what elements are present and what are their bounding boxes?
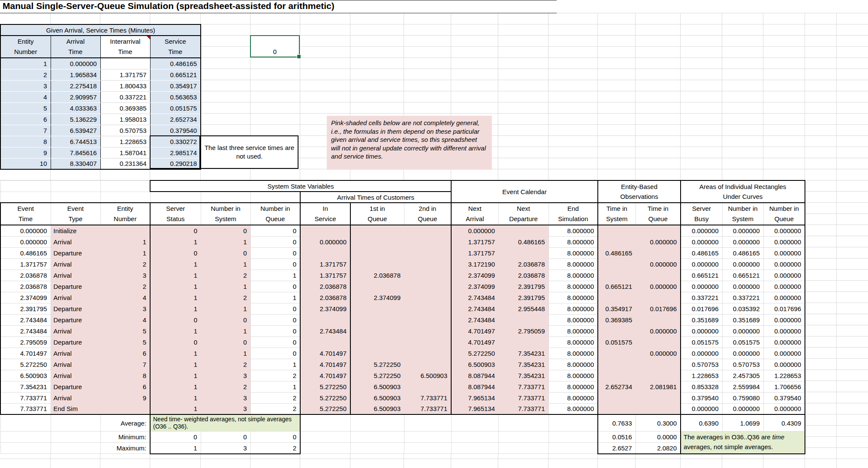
avg-server-busy[interactable]: 0.6390 bbox=[681, 414, 722, 432]
cell[interactable]: 0.000000 bbox=[681, 281, 722, 292]
cell[interactable]: 1.706656 bbox=[763, 381, 805, 392]
cell[interactable]: 4.701497 bbox=[300, 359, 350, 370]
cell[interactable]: 1 bbox=[150, 392, 201, 403]
cell[interactable]: 1 bbox=[250, 359, 300, 370]
cell[interactable]: 0.000000 bbox=[763, 314, 805, 325]
cell[interactable]: 2.036878 bbox=[0, 281, 51, 292]
cell[interactable]: 0.000000 bbox=[763, 403, 805, 414]
cell[interactable]: 4 bbox=[100, 292, 150, 303]
cell[interactable]: 7.965134 bbox=[451, 403, 498, 414]
cell[interactable]: 5.272250 bbox=[300, 403, 350, 414]
cell[interactable]: 1 bbox=[150, 270, 201, 281]
cell[interactable]: 8.000000 bbox=[549, 314, 598, 325]
cell[interactable]: 0 bbox=[250, 281, 300, 292]
cell[interactable] bbox=[350, 314, 404, 325]
cell[interactable]: 0.570753 bbox=[100, 125, 150, 136]
cell[interactable]: 5.272250 bbox=[0, 359, 51, 370]
cell[interactable]: 6 bbox=[100, 348, 150, 359]
cell[interactable]: 0.051575 bbox=[681, 336, 722, 348]
cell[interactable] bbox=[404, 258, 451, 270]
cell[interactable]: 0 bbox=[250, 225, 300, 236]
cell[interactable]: 0 bbox=[150, 314, 201, 325]
cell[interactable]: 1.228653 bbox=[100, 136, 150, 147]
cell[interactable]: 0 bbox=[150, 225, 201, 236]
cell[interactable]: 0.486165 bbox=[150, 58, 201, 69]
cell[interactable]: 0.379540 bbox=[681, 392, 722, 403]
cell[interactable]: 6.500903 bbox=[350, 392, 404, 403]
cell[interactable]: 0.486165 bbox=[0, 247, 51, 258]
cell[interactable]: 0.337221 bbox=[100, 91, 150, 102]
cell[interactable]: 0.051575 bbox=[598, 336, 636, 348]
cell[interactable] bbox=[636, 247, 681, 258]
cell[interactable]: 0.665121 bbox=[681, 270, 722, 281]
cell[interactable]: 0.000000 bbox=[763, 292, 805, 303]
cell[interactable]: 2 bbox=[250, 403, 300, 414]
cell[interactable]: 8.000000 bbox=[549, 281, 598, 292]
cell[interactable]: 8.000000 bbox=[549, 303, 598, 314]
cell[interactable]: 0.000000 bbox=[763, 270, 805, 281]
max-time-in-queue[interactable]: 2.0820 bbox=[636, 443, 681, 454]
cell[interactable]: 1 bbox=[250, 381, 300, 392]
cell[interactable]: Arrival bbox=[51, 348, 100, 359]
cell[interactable] bbox=[300, 247, 350, 258]
cell[interactable]: 0.665121 bbox=[150, 69, 201, 80]
cell[interactable]: 0.486165 bbox=[498, 236, 549, 247]
cell[interactable]: 2.985174 bbox=[150, 147, 201, 158]
cell[interactable]: 0.000000 bbox=[681, 236, 722, 247]
cell[interactable]: 0.000000 bbox=[763, 258, 805, 270]
cell[interactable]: 0.486165 bbox=[722, 247, 763, 258]
cell[interactable]: 0.000000 bbox=[722, 325, 763, 336]
cell[interactable] bbox=[636, 370, 681, 381]
cell[interactable]: 7 bbox=[100, 359, 150, 370]
cell[interactable]: Arrival bbox=[51, 270, 100, 281]
cell[interactable]: 1.371757 bbox=[451, 247, 498, 258]
cell[interactable]: 2.391795 bbox=[498, 292, 549, 303]
cell[interactable]: 0.570753 bbox=[681, 359, 722, 370]
cell[interactable] bbox=[300, 314, 350, 325]
cell[interactable]: 2.275418 bbox=[51, 80, 100, 91]
cell[interactable]: 2 bbox=[201, 381, 250, 392]
cell[interactable] bbox=[404, 270, 451, 281]
cell[interactable]: 0.000000 bbox=[763, 348, 805, 359]
cell[interactable]: 0.000000 bbox=[681, 225, 722, 236]
cell[interactable]: 1.371757 bbox=[451, 236, 498, 247]
cell[interactable]: Arrival bbox=[51, 370, 100, 381]
cell[interactable]: 5.272250 bbox=[350, 370, 404, 381]
cell[interactable]: 0.665121 bbox=[722, 270, 763, 281]
cell[interactable]: 2.457305 bbox=[722, 370, 763, 381]
cell[interactable]: Arrival bbox=[51, 392, 100, 403]
cell[interactable]: 0.000000 bbox=[722, 348, 763, 359]
cell[interactable]: 1 bbox=[150, 325, 201, 336]
cell[interactable]: 1 bbox=[100, 247, 150, 258]
cell[interactable]: 1 bbox=[201, 348, 250, 359]
cell[interactable] bbox=[498, 247, 549, 258]
cell[interactable]: 0.000000 bbox=[0, 236, 51, 247]
cell[interactable] bbox=[404, 348, 451, 359]
cell[interactable]: 0.000000 bbox=[763, 225, 805, 236]
cell[interactable]: 4.033363 bbox=[51, 102, 100, 114]
cell[interactable]: 8.000000 bbox=[549, 247, 598, 258]
cell[interactable]: 1 bbox=[201, 258, 250, 270]
cell[interactable] bbox=[498, 336, 549, 348]
cell[interactable]: 2.391795 bbox=[498, 281, 549, 292]
cell[interactable]: 0.379540 bbox=[763, 392, 805, 403]
cell[interactable]: 0.330272 bbox=[150, 136, 201, 147]
min-time-in-system[interactable]: 0.0516 bbox=[598, 432, 636, 443]
min-time-in-queue[interactable]: 0.0000 bbox=[636, 432, 681, 443]
cell[interactable] bbox=[404, 336, 451, 348]
cell[interactable]: 5.272250 bbox=[300, 381, 350, 392]
cell[interactable] bbox=[350, 348, 404, 359]
cell[interactable]: 7.733771 bbox=[498, 381, 549, 392]
cell[interactable]: 8.000000 bbox=[549, 292, 598, 303]
cell[interactable]: 5.272250 bbox=[451, 348, 498, 359]
cell[interactable]: 6.500903 bbox=[404, 370, 451, 381]
cell[interactable]: 0 bbox=[201, 225, 250, 236]
cell[interactable]: Departure bbox=[51, 281, 100, 292]
cell[interactable]: 2.743484 bbox=[451, 303, 498, 314]
cell[interactable]: Arrival bbox=[51, 236, 100, 247]
cell[interactable] bbox=[300, 336, 350, 348]
min-server-status[interactable]: 0 bbox=[150, 432, 201, 443]
cell[interactable]: 7.733771 bbox=[404, 403, 451, 414]
cell[interactable]: 0.369385 bbox=[598, 314, 636, 325]
cell[interactable]: 8.000000 bbox=[549, 392, 598, 403]
